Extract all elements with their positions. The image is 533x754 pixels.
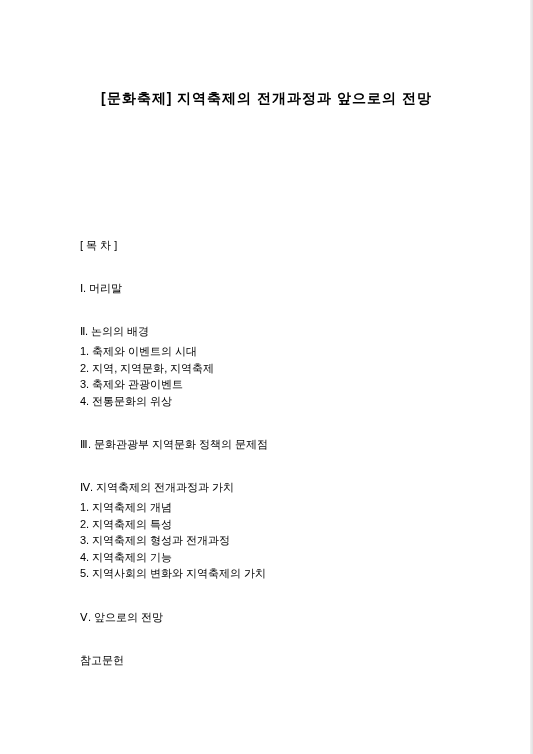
toc-item: 4. 전통문화의 위상 (80, 393, 453, 410)
section-3: Ⅲ. 문화관광부 지역문화 정책의 문제점 (80, 437, 453, 452)
document-title: [문화축제] 지역축제의 전개과정과 앞으로의 전망 (80, 90, 453, 108)
section-2-heading: Ⅱ. 논의의 배경 (80, 324, 453, 339)
section-3-heading: Ⅲ. 문화관광부 지역문화 정책의 문제점 (80, 437, 453, 452)
section-1-heading: Ⅰ. 머리말 (80, 281, 453, 296)
section-6: 참고문헌 (80, 653, 453, 668)
section-1: Ⅰ. 머리말 (80, 281, 453, 296)
toc-item: 2. 지역, 지역문화, 지역축제 (80, 360, 453, 377)
section-6-heading: 참고문헌 (80, 653, 453, 668)
section-2: Ⅱ. 논의의 배경 1. 축제와 이벤트의 시대 2. 지역, 지역문화, 지역… (80, 324, 453, 409)
toc-item: 3. 축제와 관광이벤트 (80, 376, 453, 393)
toc-item: 1. 지역축제의 개념 (80, 499, 453, 516)
toc-item: 5. 지역사회의 변화와 지역축제의 가치 (80, 565, 453, 582)
section-5: Ⅴ. 앞으로의 전망 (80, 610, 453, 625)
toc-item: 1. 축제와 이벤트의 시대 (80, 343, 453, 360)
section-4: Ⅳ. 지역축제의 전개과정과 가치 1. 지역축제의 개념 2. 지역축제의 특… (80, 480, 453, 582)
section-4-heading: Ⅳ. 지역축제의 전개과정과 가치 (80, 480, 453, 495)
section-5-heading: Ⅴ. 앞으로의 전망 (80, 610, 453, 625)
toc-item: 3. 지역축제의 형성과 전개과정 (80, 532, 453, 549)
toc-heading: [ 목 차 ] (80, 238, 453, 253)
toc-item: 4. 지역축제의 기능 (80, 549, 453, 566)
toc-item: 2. 지역축제의 특성 (80, 516, 453, 533)
